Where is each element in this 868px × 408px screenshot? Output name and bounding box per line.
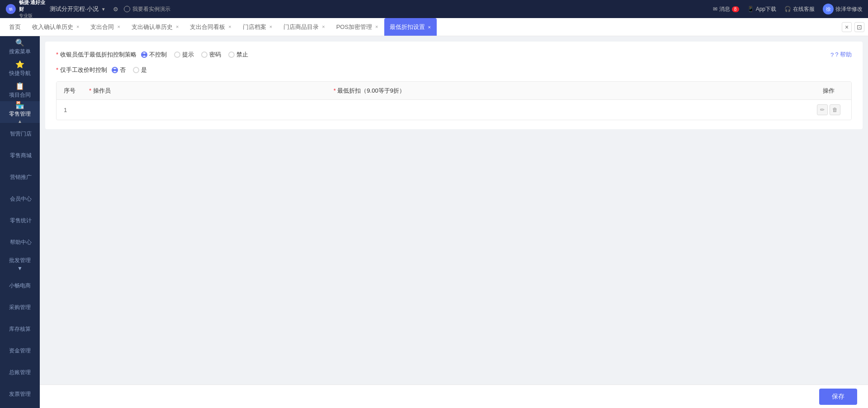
manual-required-mark: * [56, 66, 58, 73]
tab-payment-contract-close[interactable]: × [117, 24, 120, 29]
sidebar-item-capital-label: 资金管理 [9, 347, 31, 355]
sidebar-item-tax[interactable]: 税务管理 [0, 405, 40, 408]
project-arrow-icon: ▼ [101, 7, 106, 12]
logo: 畅 畅捷·通好业财 专业版 [5, 0, 45, 19]
demo-button[interactable]: 我要看实例演示 [124, 5, 170, 13]
online-service-label: 在线客服 [793, 5, 815, 13]
phone-icon: 📱 [747, 6, 754, 12]
settings-button[interactable]: ⚙ [113, 6, 118, 13]
radio-manual-yes[interactable]: 是 [133, 66, 147, 74]
tab-close-button[interactable]: × [842, 22, 852, 32]
tab-expand-button[interactable]: ⊡ [854, 22, 864, 32]
sidebar-item-help[interactable]: 帮助中心 [0, 231, 40, 253]
tabbar-actions: × ⊡ [842, 22, 864, 32]
tab-store-archive[interactable]: 门店档案 × [237, 18, 278, 36]
sidebar-item-purchase-label: 采购管理 [9, 304, 31, 311]
row-delete-button[interactable]: 🗑 [830, 104, 840, 115]
manual-control-label: * 仅手工改价时控制 [56, 66, 107, 74]
logo-icon: 畅 [5, 3, 16, 15]
tab-pos-encrypt[interactable]: POS加密管理 × [331, 18, 384, 36]
radio-password-circle [201, 52, 208, 58]
sidebar-item-search[interactable]: 🔍 搜索菜单 [0, 36, 40, 58]
sidebar-item-member[interactable]: 会员中心 [0, 188, 40, 210]
sidebar-item-retail-mall-label: 零售商城 [10, 152, 32, 159]
tab-store-archive-label: 门店档案 [243, 23, 266, 31]
tab-income-history-close[interactable]: × [76, 24, 79, 29]
th-operator: * 操作员 [84, 87, 328, 95]
tab-income-history[interactable]: 收入确认单历史 × [27, 18, 85, 36]
app-download-button[interactable]: 📱 App下载 [747, 5, 776, 13]
help-link[interactable]: ? ? 帮助 [830, 51, 852, 59]
help-label: ? 帮助 [835, 51, 852, 59]
page-content: * 收银员低于最低折扣控制策略 不控制 提示 [40, 36, 868, 385]
sidebar-item-shortcut[interactable]: ⭐ 快捷导航 [0, 58, 40, 80]
sidebar: 🔍 搜索菜单 ⭐ 快捷导航 📋 项目合同 🏪 零售管理 ▲ 智营门店 零售商城 … [0, 36, 40, 408]
sidebar-item-purchase[interactable]: 采购管理 [0, 296, 40, 318]
sidebar-item-wholesale[interactable]: 批发管理 ▼ [0, 253, 40, 275]
tab-payment-board-label: 支出合同看板 [190, 23, 225, 31]
sidebar-item-inventory-label: 库存核算 [9, 325, 31, 333]
save-button[interactable]: 保存 [819, 389, 857, 405]
tab-min-discount[interactable]: 最低折扣设置 × [384, 18, 437, 36]
sidebar-item-retail[interactable]: 🏪 零售管理 ▲ [0, 101, 40, 123]
tab-home[interactable]: 首页 [4, 18, 27, 36]
tab-payment-board-close[interactable]: × [228, 24, 231, 29]
sidebar-item-smart-store[interactable]: 智营门店 [0, 123, 40, 145]
sidebar-item-retail-mall[interactable]: 零售商城 [0, 145, 40, 166]
online-service-button[interactable]: 🎧 在线客服 [784, 5, 815, 13]
radio-manual-no-circle [112, 67, 118, 73]
row-edit-button[interactable]: ✏ [817, 104, 828, 115]
th-discount-required: * [334, 87, 336, 94]
topbar-right: ✉ 消息 8 📱 App下载 🎧 在线客服 徐 徐泽华修改 [713, 4, 863, 14]
logo-text: 畅捷·通好业财 [19, 0, 45, 13]
radio-manual-no[interactable]: 否 [112, 66, 126, 74]
message-button[interactable]: ✉ 消息 8 [713, 5, 739, 13]
tab-min-discount-close[interactable]: × [428, 25, 431, 30]
sidebar-item-capital[interactable]: 资金管理 [0, 340, 40, 361]
tab-store-goods[interactable]: 门店商品目录 × [278, 18, 330, 36]
sidebar-item-inventory[interactable]: 库存核算 [0, 318, 40, 340]
th-seq: 序号 [57, 87, 84, 95]
radio-remind-label: 提示 [182, 51, 194, 59]
discount-strategy-required-mark: * [56, 51, 58, 58]
sidebar-item-ecommerce[interactable]: 小畅电商 [0, 275, 40, 296]
project-selector[interactable]: 测试分开完程·小况 ▼ [45, 5, 110, 13]
radio-manual-yes-label: 是 [141, 66, 147, 74]
wholesale-arrow-icon: ▼ [17, 265, 23, 272]
tab-payment-board[interactable]: 支出合同看板 × [184, 18, 237, 36]
radio-no-control[interactable]: 不控制 [141, 51, 167, 59]
tab-store-goods-close[interactable]: × [322, 24, 325, 29]
tab-pos-encrypt-close[interactable]: × [375, 24, 378, 29]
settings-card: * 收银员低于最低折扣控制策略 不控制 提示 [45, 42, 863, 129]
tab-payment-confirm-history-label: 支出确认单历史 [132, 23, 173, 31]
svg-text:畅: 畅 [9, 7, 13, 11]
sidebar-item-retail-stats-label: 零售统计 [10, 217, 32, 225]
sidebar-item-smart-store-label: 智营门店 [10, 130, 32, 138]
tab-payment-contract[interactable]: 支出合同 × [85, 18, 126, 36]
tab-payment-confirm-history[interactable]: 支出确认单历史 × [126, 18, 184, 36]
sidebar-item-member-label: 会员中心 [10, 195, 32, 203]
sidebar-item-marketing[interactable]: 营销推广 [0, 166, 40, 188]
tab-payment-confirm-history-close[interactable]: × [176, 24, 179, 29]
sidebar-item-project-label: 项目合同 [9, 91, 31, 99]
th-discount: * 最低折扣（9.00等于9折） [328, 87, 806, 95]
discount-strategy-label: * 收银员低于最低折扣控制策略 [56, 51, 137, 59]
sidebar-item-project[interactable]: 📋 项目合同 [0, 80, 40, 101]
sidebar-item-invoice[interactable]: 发票管理 [0, 383, 40, 405]
topbar: 畅 畅捷·通好业财 专业版 测试分开完程·小况 ▼ ⚙ 我要看实例演示 ✉ 消息… [0, 0, 868, 18]
sidebar-item-ledger[interactable]: 总账管理 [0, 361, 40, 383]
tab-store-goods-label: 门店商品目录 [283, 23, 319, 31]
discount-table: 序号 * 操作员 * 最低折扣（9.00等于9折） 操作 1 [56, 81, 852, 120]
sidebar-item-search-label: 搜索菜单 [9, 48, 31, 56]
user-menu[interactable]: 徐 徐泽华修改 [823, 4, 863, 14]
demo-circle-icon [124, 6, 130, 12]
sidebar-item-retail-stats[interactable]: 零售统计 [0, 210, 40, 231]
user-name: 徐泽华修改 [835, 5, 863, 13]
radio-password[interactable]: 密码 [201, 51, 221, 59]
radio-manual-yes-circle [133, 67, 139, 73]
app-download-label: App下载 [756, 5, 776, 13]
radio-remind[interactable]: 提示 [174, 51, 194, 59]
demo-text: 我要看实例演示 [132, 5, 170, 13]
tab-store-archive-close[interactable]: × [269, 24, 272, 29]
radio-forbid[interactable]: 禁止 [228, 51, 248, 59]
